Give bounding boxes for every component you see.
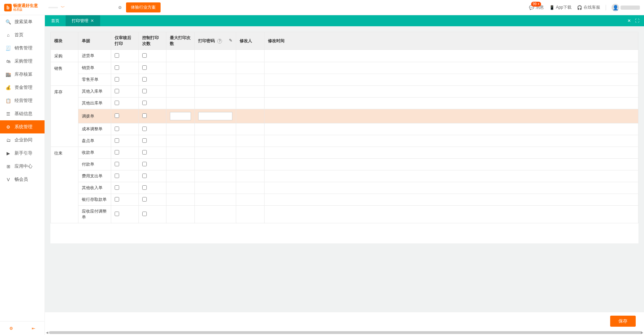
after_audit-checkbox[interactable] — [115, 89, 119, 93]
tab-0[interactable]: 首页 — [45, 15, 66, 26]
after_audit-checkbox[interactable] — [115, 101, 119, 105]
after_audit-checkbox[interactable] — [115, 113, 119, 118]
edit-column-icon[interactable]: ✎ — [229, 38, 232, 43]
limit-checkbox[interactable] — [142, 53, 147, 58]
limit-checkbox[interactable] — [142, 89, 147, 93]
user-name — [621, 6, 640, 10]
cell-mtime — [265, 159, 638, 170]
limit-checkbox[interactable] — [142, 185, 147, 190]
cell-doc: 成本调整单 — [78, 123, 111, 135]
cell-limit — [139, 147, 166, 159]
cell-max — [166, 182, 195, 194]
sidebar-item-4[interactable]: 🏬库存核算 — [0, 68, 45, 81]
after_audit-checkbox[interactable] — [115, 65, 119, 70]
sidebar-item-12[interactable]: V畅会员 — [0, 173, 45, 186]
sidebar-item-2[interactable]: 🧾销售管理 — [0, 41, 45, 55]
limit-checkbox[interactable] — [142, 65, 147, 70]
scroll-left-arrow-icon[interactable]: ◀ — [45, 330, 49, 335]
settings-button[interactable]: ⚙ — [114, 5, 126, 10]
cell-limit — [139, 159, 166, 170]
tab-label: 打印管理 — [72, 18, 88, 24]
cell-doc: 零售开单 — [78, 74, 111, 86]
table-row: 调拨单 — [51, 109, 638, 123]
cell-modifier — [236, 159, 265, 170]
sidebar-item-3[interactable]: 🛍采购管理 — [0, 55, 45, 68]
limit-checkbox[interactable] — [142, 138, 147, 143]
chevron-down-icon: ﹀ — [61, 4, 65, 10]
sidebar-item-1[interactable]: ⌂首页 — [0, 28, 45, 41]
sidebar-item-icon: ⊞ — [6, 164, 11, 169]
sidebar-item-10[interactable]: ▶新手引导 — [0, 147, 45, 160]
after_audit-checkbox[interactable] — [115, 212, 119, 216]
sidebar-item-label: 库存核算 — [15, 71, 32, 77]
cell-max — [166, 135, 195, 147]
cell-doc: 销货单 — [78, 62, 111, 74]
cell-max — [166, 62, 195, 74]
after_audit-checkbox[interactable] — [115, 53, 119, 58]
cell-max — [166, 206, 195, 223]
limit-checkbox[interactable] — [142, 113, 147, 118]
cell-pwd — [195, 109, 236, 123]
user-menu[interactable]: 👤 — [612, 4, 640, 11]
col-max: 最大打印次数 — [166, 32, 195, 50]
cell-modifier — [236, 147, 265, 159]
cell-pwd — [195, 170, 236, 182]
print-manage-panel: 模块 单据 仅审核后打印 控制打印次数 最大打印次数 打印密码 ? ✎ — [50, 32, 638, 243]
scroll-thumb[interactable] — [49, 331, 642, 334]
sidebar-item-9[interactable]: 🗂企业协同 — [0, 133, 45, 147]
messages-button[interactable]: 💬 99 + 消息 — [529, 4, 544, 10]
limit-checkbox[interactable] — [142, 212, 147, 216]
online-service-button[interactable]: 🎧 在线客服 — [577, 4, 600, 10]
sidebar-item-11[interactable]: ⊞应用中心 — [0, 160, 45, 173]
close-icon[interactable]: ✕ — [90, 18, 94, 23]
app-download-button[interactable]: 📱 App下载 — [549, 4, 571, 10]
limit-checkbox[interactable] — [142, 127, 147, 131]
sidebar-item-icon: ▶ — [6, 151, 11, 156]
cell-mtime — [265, 62, 638, 74]
after_audit-checkbox[interactable] — [115, 185, 119, 190]
sidebar-item-label: 首页 — [15, 32, 23, 38]
limit-checkbox[interactable] — [142, 150, 147, 155]
sidebar-item-icon: ⚙ — [6, 124, 11, 130]
save-button[interactable]: 保存 — [610, 316, 636, 327]
cell-mtime — [265, 123, 638, 135]
limit-checkbox[interactable] — [142, 162, 147, 166]
limit-checkbox[interactable] — [142, 174, 147, 178]
collapse-sidebar-icon[interactable]: ⇤ — [32, 326, 35, 331]
cell-limit — [139, 86, 166, 97]
help-icon[interactable]: ? — [217, 39, 222, 44]
logo-text-sub: 精易版 — [13, 8, 38, 11]
tab-label: 首页 — [51, 18, 59, 24]
after_audit-checkbox[interactable] — [115, 127, 119, 131]
after_audit-checkbox[interactable] — [115, 150, 119, 155]
limit-checkbox[interactable] — [142, 77, 147, 82]
after_audit-checkbox[interactable] — [115, 138, 119, 143]
sidebar-item-5[interactable]: 💰资金管理 — [0, 81, 45, 94]
sidebar-item-icon: 🗂 — [6, 138, 11, 143]
scroll-right-arrow-icon[interactable]: ▶ — [640, 330, 644, 335]
limit-checkbox[interactable] — [142, 101, 147, 105]
cell-max — [166, 147, 195, 159]
fullscreen-icon[interactable]: ⛶ — [635, 18, 639, 23]
sidebar-item-0[interactable]: 🔍搜索菜单 — [0, 15, 45, 28]
sidebar-item-7[interactable]: ☰基础信息 — [0, 107, 45, 120]
sidebar: 🔍搜索菜单⌂首页🧾销售管理🛍采购管理🏬库存核算💰资金管理📋经营管理☰基础信息⚙系… — [0, 15, 45, 335]
close-all-tabs-icon[interactable]: ✕ — [627, 18, 631, 23]
cell-pwd — [195, 123, 236, 135]
sidebar-item-8[interactable]: ⚙系统管理 — [0, 120, 45, 133]
company-select[interactable]: ﹀ — [45, 4, 114, 10]
limit-checkbox[interactable] — [142, 197, 147, 202]
pwd-input[interactable] — [198, 112, 232, 120]
settings-bottom-icon[interactable]: ⚙ — [9, 326, 13, 331]
sidebar-item-label: 新手引导 — [15, 150, 32, 156]
max-input[interactable] — [170, 112, 191, 120]
col-module: 模块 — [51, 32, 78, 50]
tab-1[interactable]: 打印管理✕ — [66, 15, 100, 26]
sidebar-item-6[interactable]: 📋经营管理 — [0, 94, 45, 107]
after_audit-checkbox[interactable] — [115, 174, 119, 178]
horizontal-scrollbar[interactable]: ◀ ▶ — [45, 330, 644, 335]
after_audit-checkbox[interactable] — [115, 197, 119, 202]
try-industry-button[interactable]: 体验行业方案 — [126, 2, 161, 12]
after_audit-checkbox[interactable] — [115, 162, 119, 166]
after_audit-checkbox[interactable] — [115, 77, 119, 82]
